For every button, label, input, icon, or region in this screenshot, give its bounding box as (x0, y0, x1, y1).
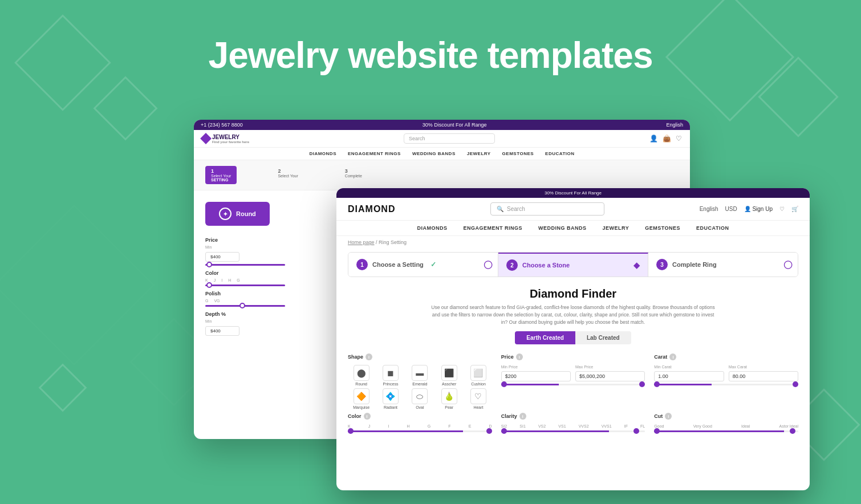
step-label-1: Select Your (211, 174, 231, 178)
logo-diamond-icon (200, 133, 212, 144)
nav-actions-front: English USD 👤 Sign Up ♡ 🛒 (700, 206, 798, 212)
clarity-filter-title: Clarity i (501, 413, 645, 420)
shape-oval[interactable]: ⬭ Oval (407, 388, 433, 409)
nav-diamonds-back[interactable]: DIAMONDS (309, 151, 336, 156)
shape-cushion[interactable]: ⬜ Cushion (465, 365, 492, 386)
earth-lab-toggle: Earth Created Lab Created (348, 331, 798, 344)
clarity-max-thumb (633, 428, 639, 434)
heart-icon: ♡ (676, 135, 682, 143)
clarity-labels: SI2SI1VS2VS1VVS2VVS1IFFL (501, 424, 645, 428)
language-back: English (666, 122, 683, 128)
currency-front[interactable]: USD (725, 206, 737, 212)
polish-slider[interactable] (205, 305, 285, 307)
color-range-slider[interactable] (348, 430, 492, 432)
nav-bar-back: JEWELRY Find your favorite here Search 👤… (194, 130, 690, 148)
radiant-shape-icon: 💠 (383, 388, 399, 404)
carat-inputs: Min Carat Max Carat (654, 365, 798, 381)
carat-info-icon: i (669, 353, 676, 360)
steps-bar-back: 1 Select Your SETTING 2 Select Your 3 Co… (194, 160, 690, 190)
oval-shape-icon: ⬭ (412, 388, 428, 404)
step-label-setting: Choose a Setting (372, 261, 424, 268)
shape-emerald[interactable]: ▬ Emerald (407, 365, 433, 386)
step-label-2: Select Your (278, 174, 298, 178)
phone-number: +1 (234) 567 8800 (201, 122, 243, 128)
round-shape-icon: ⬤ (354, 365, 369, 381)
min-carat-input[interactable] (654, 371, 724, 381)
nav-engagement-front[interactable]: ENGAGEMENT RINGS (464, 225, 523, 231)
color-filter-title: Color i (348, 413, 492, 420)
lang-front[interactable]: English (700, 206, 718, 212)
max-price-label: Max Price (575, 365, 645, 369)
nav-diamonds-front[interactable]: DIAMONDS (417, 225, 448, 231)
front-browser-window: 30% Discount For All Range DIAMOND 🔍 Sea… (336, 188, 810, 490)
depth-min-input[interactable] (205, 326, 239, 336)
shape-heart[interactable]: ♡ Heart (465, 388, 492, 409)
step-diamond-back[interactable]: 2 Select Your (272, 166, 303, 184)
step-complete-back[interactable]: 3 Complete (339, 166, 368, 184)
cart-icon-front[interactable]: 🛒 (791, 206, 798, 212)
breadcrumb-home[interactable]: Home page (348, 239, 375, 245)
cut-filter-title: Cut i (654, 413, 798, 420)
cushion-shape-icon: ⬜ (470, 365, 486, 381)
princess-shape-icon: ◼ (383, 365, 399, 381)
nav-education-front[interactable]: EDUCATION (696, 225, 729, 231)
round-button[interactable]: ✦ Round (205, 202, 270, 226)
search-bar-front[interactable]: 🔍 Search (490, 202, 604, 216)
nav-education-back[interactable]: EDUCATION (545, 151, 574, 156)
signup-front[interactable]: 👤 Sign Up (744, 206, 773, 212)
shape-marquise[interactable]: 🔶 Marquise (348, 388, 375, 409)
min-price-input[interactable] (501, 371, 571, 381)
wishlist-icon-front[interactable]: ♡ (779, 206, 785, 212)
shape-round[interactable]: ⬤ Round (348, 365, 375, 386)
step-circle-3: 3 (656, 259, 668, 270)
min-price-box: Min Price (501, 365, 571, 381)
nav-wedding-front[interactable]: WEDDING BANDS (538, 225, 587, 231)
shape-radiant[interactable]: 💠 Radiant (377, 388, 404, 409)
search-bar-back[interactable]: Search (404, 133, 495, 144)
carat-range-slider[interactable] (654, 384, 798, 385)
color-filter-col: Color i KJIHGFED (348, 413, 492, 432)
step-label-3: Complete (345, 174, 362, 178)
lab-created-btn[interactable]: Lab Created (575, 331, 631, 344)
nav-wedding-back[interactable]: WEDDING BANDS (412, 151, 456, 156)
step-label-stone: Choose a Stone (522, 262, 570, 269)
price-range-slider[interactable] (501, 384, 645, 385)
color-labels: KJIHGFED (348, 424, 492, 428)
main-nav-front: DIAMONDS ENGAGEMENT RINGS WEDDING BANDS … (336, 221, 810, 236)
discount-text-back: 30% Discount For All Range (243, 122, 667, 128)
step-tab-complete[interactable]: 3 Complete Ring ⃝ (648, 253, 798, 277)
nav-engagement-back[interactable]: ENGAGEMENT RINGS (348, 151, 401, 156)
max-price-input[interactable] (575, 371, 645, 381)
discount-text-front: 30% Discount For All Range (545, 190, 602, 196)
emerald-shape-icon: ▬ (412, 365, 428, 381)
step-num-3: 3 (345, 168, 362, 174)
shape-princess[interactable]: ◼ Princess (377, 365, 404, 386)
nav-bar-front: DIAMOND 🔍 Search English USD 👤 Sign Up ♡… (336, 198, 810, 221)
earth-created-btn[interactable]: Earth Created (515, 331, 575, 344)
bag-icon: 👜 (663, 135, 671, 143)
step-setting-back[interactable]: 1 Select Your SETTING (205, 166, 237, 184)
step-tab-setting[interactable]: 1 Choose a Setting ✓ ⃝ (348, 253, 498, 277)
color-slider-thumb (206, 282, 212, 288)
step-tab-stone[interactable]: 2 Choose a Stone ◆ (498, 253, 648, 277)
shape-asscher[interactable]: ⬛ Asscher (436, 365, 462, 386)
color-info-icon: i (364, 413, 371, 420)
shape-pear[interactable]: 🍐 Pear (436, 388, 462, 409)
round-btn-label: Round (236, 210, 256, 217)
price-filter-title: Price i (501, 353, 645, 360)
nav-gemstones-back[interactable]: GEMSTONES (502, 151, 534, 156)
min-price-label: Min Price (501, 365, 571, 369)
step-label-complete: Complete Ring (672, 261, 717, 268)
carat-min-thumb (654, 381, 660, 387)
steps-nav-front: 1 Choose a Setting ✓ ⃝ 2 Choose a Stone … (348, 252, 798, 277)
polish-slider-thumb (239, 303, 245, 308)
nav-jewelry-back[interactable]: JEWELRY (467, 151, 491, 156)
color-slider[interactable] (205, 284, 285, 286)
nav-jewelry-front[interactable]: JEWELRY (603, 225, 629, 231)
nav-gemstones-front[interactable]: GEMSTONES (645, 225, 680, 231)
price-min-input[interactable] (205, 252, 239, 262)
price-slider[interactable] (205, 264, 285, 266)
max-carat-input[interactable] (729, 371, 798, 381)
clarity-range-slider[interactable] (501, 430, 645, 432)
cut-range-slider[interactable] (654, 430, 798, 432)
